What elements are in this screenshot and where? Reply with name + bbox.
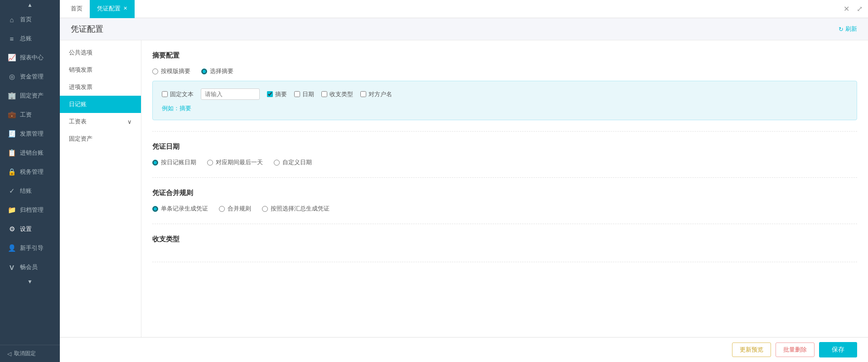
checkbox-summary-input[interactable] [267,91,273,97]
sidebar-item-label: 归档管理 [20,206,44,214]
checkbox-date-input[interactable] [294,91,300,97]
salary-icon: 💼 [7,111,16,119]
window-maximize-button[interactable]: ⤢ [855,5,864,13]
sidebar-item-label: 税务管理 [20,168,44,176]
left-nav-journal-label: 日记账 [69,100,87,108]
sidebar-item-account[interactable]: 📋 进销台账 [0,143,60,162]
radio-single-record[interactable]: 单条记录生成凭证 [152,205,208,213]
checkbox-counterpart[interactable]: 对方户名 [360,90,392,98]
radio-template-summary[interactable]: 按模版摘要 [152,67,190,75]
checkbox-fixed-text[interactable]: 固定文本 [162,90,194,98]
left-nav-journal[interactable]: 日记账 [60,96,141,113]
checkbox-payment-type-input[interactable] [321,91,327,97]
radio-merge-rules-label: 合并规则 [228,205,251,213]
sidebar-item-label: 报表中心 [20,54,44,62]
sidebar-item-tax[interactable]: 🔒 税务管理 [0,162,60,181]
sidebar-unpin-button[interactable]: ◁ 取消固定 [0,345,60,362]
voucher-date-section: 凭证日期 按日记账日期 对应期间最后一天 自定义日期 [152,142,857,178]
tab-home-label: 首页 [71,5,82,13]
checkbox-summary-label: 摘要 [275,90,287,98]
radio-period-last-input[interactable] [207,160,213,166]
summary-section: 摘要配置 按模版摘要 选择摘要 [152,51,857,132]
merge-rules-section: 凭证合并规则 单条记录生成凭证 合并规则 按照选择汇总生成凭证 [152,189,857,224]
sidebar-item-label: 设置 [20,225,32,233]
main-area: 首页 凭证配置 ✕ ✕ ⤢ 凭证配置 ↻ 刷新 公共选项 [60,0,868,362]
sidebar-item-archive[interactable]: 📁 归档管理 [0,201,60,220]
radio-journal-date[interactable]: 按日记账日期 [152,158,196,166]
checkbox-counterpart-input[interactable] [360,91,366,97]
radio-custom-date[interactable]: 自定义日期 [274,158,312,166]
tab-voucher-config[interactable]: 凭证配置 ✕ [90,0,135,18]
update-preview-button[interactable]: 更新预览 [732,342,771,357]
radio-journal-date-input[interactable] [152,160,158,166]
sidebar-item-settle[interactable]: ✓ 结账 [0,181,60,201]
left-nav-fixed-assets-label: 固定资产 [69,135,92,143]
ledger-icon: ≡ [7,35,16,43]
checkbox-fixed-text-label: 固定文本 [170,90,194,98]
sidebar-item-vip[interactable]: V 畅会员 [0,258,60,277]
checkbox-date[interactable]: 日期 [294,90,314,98]
left-nav-purchase-invoice-label: 进项发票 [69,83,92,91]
sidebar-item-settings[interactable]: ⚙ 设置 [0,220,60,239]
sidebar-item-ledger[interactable]: ≡ 总账 [0,29,60,48]
checkbox-summary[interactable]: 摘要 [267,90,287,98]
sidebar-item-guide[interactable]: 👤 新手引导 [0,239,60,258]
refresh-label: 刷新 [845,25,857,33]
tab-close-icon[interactable]: ✕ [123,5,127,11]
fixed-text-input[interactable] [201,88,260,100]
radio-template-summary-label: 按模版摘要 [161,67,190,75]
batch-delete-button[interactable]: 批量删除 [776,342,815,357]
sidebar-item-funds[interactable]: ◎ 资金管理 [0,67,60,86]
sidebar-scroll-down[interactable]: ▼ [0,277,60,287]
left-nav-public[interactable]: 公共选项 [60,44,141,61]
left-nav-sales-invoice-label: 销项发票 [69,66,92,74]
sidebar-item-salary[interactable]: 💼 工资 [0,105,60,124]
tax-icon: 🔒 [7,168,16,176]
radio-select-merge[interactable]: 按照选择汇总生成凭证 [262,205,330,213]
summary-config-box: 固定文本 摘要 日期 [152,81,857,120]
sidebar-item-report[interactable]: 📈 报表中心 [0,48,60,67]
radio-merge-rules-input[interactable] [219,206,225,212]
checkbox-payment-type[interactable]: 收支类型 [321,90,353,98]
radio-custom-date-input[interactable] [274,160,280,166]
left-nav-payroll[interactable]: 工资表 ∨ [60,113,141,130]
tab-bar: 首页 凭证配置 ✕ ✕ ⤢ [60,0,868,18]
summary-example-text: 例如：摘要 [162,104,848,113]
radio-period-last[interactable]: 对应期间最后一天 [207,158,263,166]
radio-journal-date-label: 按日记账日期 [161,158,196,166]
radio-select-summary[interactable]: 选择摘要 [201,67,233,75]
sidebar-item-label: 固定资产 [20,92,44,100]
sidebar-bottom-label: 取消固定 [14,350,36,357]
sidebar-item-assets[interactable]: 🏢 固定资产 [0,86,60,105]
content-body: 公共选项 销项发票 进项发票 日记账 工资表 ∨ 固定资产 [60,40,868,362]
left-nav-sales-invoice[interactable]: 销项发票 [60,61,141,78]
save-button[interactable]: 保存 [819,342,857,357]
funds-icon: ◎ [7,73,16,81]
merge-rules-section-title: 凭证合并规则 [152,189,857,197]
radio-select-summary-input[interactable] [201,68,207,74]
left-nav-fixed-assets[interactable]: 固定资产 [60,130,141,147]
sidebar-item-invoice[interactable]: 🧾 发票管理 [0,124,60,143]
assets-icon: 🏢 [7,92,16,100]
checkbox-fixed-text-input[interactable] [162,91,168,97]
checkbox-payment-type-label: 收支类型 [330,90,353,98]
payment-type-section-title: 收支类型 [152,235,857,244]
payment-type-section: 收支类型 [152,235,857,262]
tab-bar-right: ✕ ⤢ [842,5,864,13]
sidebar-scroll-up[interactable]: ▲ [0,0,60,10]
tab-home[interactable]: 首页 [63,0,90,18]
left-nav-purchase-invoice[interactable]: 进项发票 [60,78,141,96]
radio-template-summary-input[interactable] [152,68,158,74]
merge-rules-radio-group: 单条记录生成凭证 合并规则 按照选择汇总生成凭证 [152,205,857,213]
sidebar-item-home[interactable]: ⌂ 首页 [0,10,60,29]
radio-single-record-input[interactable] [152,206,158,212]
sidebar-item-label: 畅会员 [20,263,38,271]
window-close-button[interactable]: ✕ [842,5,851,13]
radio-select-merge-input[interactable] [262,206,268,212]
radio-custom-date-label: 自定义日期 [282,158,312,166]
chevron-down-icon: ∨ [127,118,132,125]
sidebar-item-label: 资金管理 [20,73,44,81]
refresh-button[interactable]: ↻ 刷新 [839,25,857,33]
radio-merge-rules[interactable]: 合并规则 [219,205,251,213]
checkbox-counterpart-label: 对方户名 [369,90,392,98]
